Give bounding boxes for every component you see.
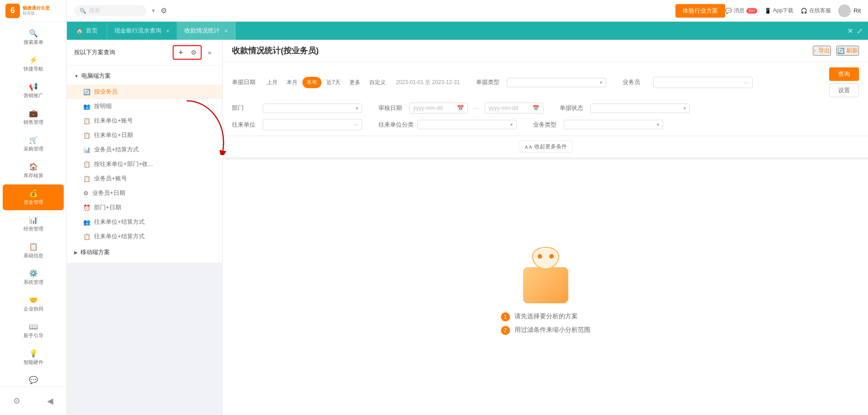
tree-item-by-salesperson[interactable]: 🔄 按业务员 <box>67 85 222 99</box>
right-panel: 收款情况统计(按业务员) ↑ 导出 🔄 刷新 <box>223 40 868 415</box>
online-service-btn[interactable]: 🎧 在线客服 <box>801 7 831 14</box>
sidebar-item-finance[interactable]: 💰 资金管理 <box>3 184 64 210</box>
topbar-gear-icon[interactable]: ⚙ <box>160 6 167 15</box>
tree-item-salesperson-account[interactable]: 📋 业务员+账号 <box>67 171 222 186</box>
sidebar-item-sales[interactable]: 💼 销售管理 <box>3 104 64 130</box>
sidebar-item-guide[interactable]: 📖 新手引导 <box>3 318 64 344</box>
tree-group-desktop[interactable]: ▼ 电脑端方案 <box>67 69 222 83</box>
tab-bank-flow-close[interactable]: ✕ <box>166 28 170 33</box>
sidebar-item-purchase[interactable]: 🛒 采购管理 <box>3 131 64 157</box>
business-type-filter-item: 业务类型 ▾ <box>533 120 663 129</box>
partner-category-select[interactable]: ▾ <box>417 120 517 129</box>
page-actions: ↑ 导出 🔄 刷新 <box>813 46 859 56</box>
date-tag-last-month[interactable]: 上月 <box>263 77 282 88</box>
query-buttons: 查询 设置 <box>829 67 859 97</box>
partner-filter-item: 往来单位 ··· <box>232 119 362 130</box>
date-separator: — <box>473 105 479 112</box>
tab-maximize-btn[interactable]: ⤢ <box>857 27 863 35</box>
dept-date-icon: ⏰ <box>83 204 90 211</box>
tree-item-partner-settlement1[interactable]: 👥 往来单位+结算方式 <box>67 215 222 229</box>
sidebar-item-inventory[interactable]: 🏠 库存核算 <box>3 158 64 184</box>
left-panel-title: 按以下方案查询 <box>74 48 169 57</box>
doc-status-select[interactable]: ▾ <box>590 104 690 113</box>
add-scheme-btn[interactable]: + <box>175 47 186 58</box>
date-tag-this-year[interactable]: 本年 <box>302 77 321 88</box>
step-1-text: 请先选择要分析的方案 <box>514 312 578 321</box>
topbar-dropdown-icon[interactable]: ▾ <box>152 7 155 14</box>
review-date-start-input[interactable]: yyyy-mm-dd 📅 <box>409 103 468 113</box>
salesperson-input-area: ··· <box>653 77 753 88</box>
logo-text: 畅捷通好生意 标准版 <box>23 5 50 16</box>
sidebar-settings-btn[interactable]: ⚙ <box>9 392 24 410</box>
step-2-num: 2 <box>501 326 510 335</box>
sales-icon: 💼 <box>29 109 38 118</box>
business-type-select[interactable]: ▾ <box>564 120 663 129</box>
salesperson-filter-item: 业务员 ··· <box>623 77 753 88</box>
sidebar-item-enterprise[interactable]: 🤝 企业协同 <box>3 291 64 317</box>
partner-dept-icon: 📋 <box>83 161 90 168</box>
tree-item-salesperson-settlement[interactable]: 📊 业务员+结算方式 <box>67 142 222 157</box>
partner-category-label: 往来单位分类 <box>378 121 414 129</box>
partner-category-filter-item: 往来单位分类 ▾ <box>378 120 517 129</box>
salesperson-select[interactable]: ··· <box>653 77 753 88</box>
tree-item-partner-account[interactable]: 📋 往来单位+账号 <box>67 113 222 128</box>
scheme-settings-btn[interactable]: ⚙ <box>188 47 199 58</box>
page-title: 收款情况统计(按业务员) <box>232 45 319 56</box>
refresh-icon: 🔄 <box>837 47 844 54</box>
export-btn[interactable]: ↑ 导出 <box>813 46 831 56</box>
collapse-more-btn[interactable]: ∧∧ 收起更多条件 <box>519 141 573 153</box>
sidebar-item-search[interactable]: 🔍 搜索菜单 <box>3 24 64 50</box>
tab-bank-flow[interactable]: 现金银行流水查询 ✕ <box>107 22 177 40</box>
date-tag-this-month[interactable]: 本月 <box>283 77 302 88</box>
page-header: 收款情况统计(按业务员) ↑ 导出 🔄 刷新 <box>223 40 868 62</box>
sidebar-item-marketing[interactable]: 📢 营销推广 <box>3 78 64 104</box>
inventory-icon: 🏠 <box>29 162 38 171</box>
tree-section: ▼ 电脑端方案 🔄 按业务员 👥 按明细 <box>67 66 222 263</box>
dept-select[interactable]: ▾ <box>263 104 362 113</box>
industry-solution-btn[interactable]: 体验行业方案 <box>675 4 725 18</box>
tree-item-partner-date[interactable]: 📋 往来单位+日期 <box>67 128 222 142</box>
sidebar: 6 畅捷通好生意 标准版 🔍 搜索菜单 ⚡ 快捷导航 📢 营销推广 💼 销 <box>0 0 67 415</box>
tree-item-partner-settlement2[interactable]: 📋 往来单位+结算方式 <box>67 229 222 244</box>
filter-row-1: 单据日期 上月 本月 本年 近7天 更多 自定义 2023-01-01 至 20… <box>232 67 859 97</box>
date-tag-custom[interactable]: 自定义 <box>365 77 390 88</box>
tree-item-dept-date[interactable]: ⏰ 部门+日期 <box>67 200 222 215</box>
topbar-search[interactable]: 🔍 搜索 <box>74 5 146 16</box>
tree-item-partner-dept-collect[interactable]: 📋 按往来单位+部门+收... <box>67 157 222 171</box>
messages-btn[interactable]: 💬 消息 99+ <box>725 7 757 14</box>
tab-home[interactable]: 🏠 首页 <box>67 22 107 40</box>
sidebar-item-system[interactable]: ⚙️ 系统管理 <box>3 264 64 290</box>
filter-settings-btn[interactable]: 设置 <box>829 84 859 97</box>
message-badge: 99+ <box>746 8 757 14</box>
baseinfo-icon: 📋 <box>29 242 38 251</box>
salesperson-date-icon: ⚙ <box>83 190 89 197</box>
date-tag-7days[interactable]: 近7天 <box>322 77 344 88</box>
review-date-end-input[interactable]: yyyy-mm-dd 📅 <box>485 103 543 113</box>
sidebar-item-quicknav[interactable]: ⚡ 快捷导航 <box>3 51 64 77</box>
doc-type-select[interactable]: ▾ <box>507 78 606 87</box>
sidebar-item-wechat[interactable]: 💬 企业微信 <box>3 371 64 387</box>
sidebar-collapse-btn[interactable]: ◀ <box>43 392 57 410</box>
tab-collection-stats[interactable]: 收款情况统计 ✕ <box>177 22 236 40</box>
user-avatar-area[interactable]: Rit <box>838 5 861 17</box>
wechat-icon: 💬 <box>29 376 38 384</box>
refresh-btn[interactable]: 🔄 刷新 <box>836 46 859 56</box>
tree-group-mobile[interactable]: ▶ 移动端方案 <box>67 245 222 259</box>
topbar-right: 💬 消息 99+ 📱 App下载 🎧 在线客服 Rit <box>725 5 861 17</box>
sidebar-item-operations[interactable]: 📊 经营管理 <box>3 211 64 237</box>
hardware-icon: 💡 <box>29 349 38 358</box>
panel-collapse-btn[interactable]: « <box>204 47 215 58</box>
date-filter-item: 单据日期 上月 本月 本年 近7天 更多 自定义 2023-01-01 至 20… <box>232 77 460 88</box>
tree-item-salesperson-date[interactable]: ⚙ 业务员+日期 <box>67 186 222 200</box>
sidebar-item-hardware[interactable]: 💡 智能硬件 <box>3 344 64 370</box>
tab-collection-stats-close[interactable]: ✕ <box>224 28 228 33</box>
tab-close-window-btn[interactable]: ✕ <box>847 27 853 35</box>
operations-icon: 📊 <box>29 216 38 224</box>
filter-row-3: 往来单位 ··· 往来单位分类 ▾ <box>232 119 859 130</box>
query-btn[interactable]: 查询 <box>829 67 859 81</box>
sidebar-item-baseinfo[interactable]: 📋 基础信息 <box>3 238 64 264</box>
tree-item-by-detail[interactable]: 👥 按明细 <box>67 99 222 113</box>
app-download-btn[interactable]: 📱 App下载 <box>764 7 793 14</box>
date-tag-more[interactable]: 更多 <box>345 77 364 88</box>
partner-select[interactable]: ··· <box>263 119 362 130</box>
